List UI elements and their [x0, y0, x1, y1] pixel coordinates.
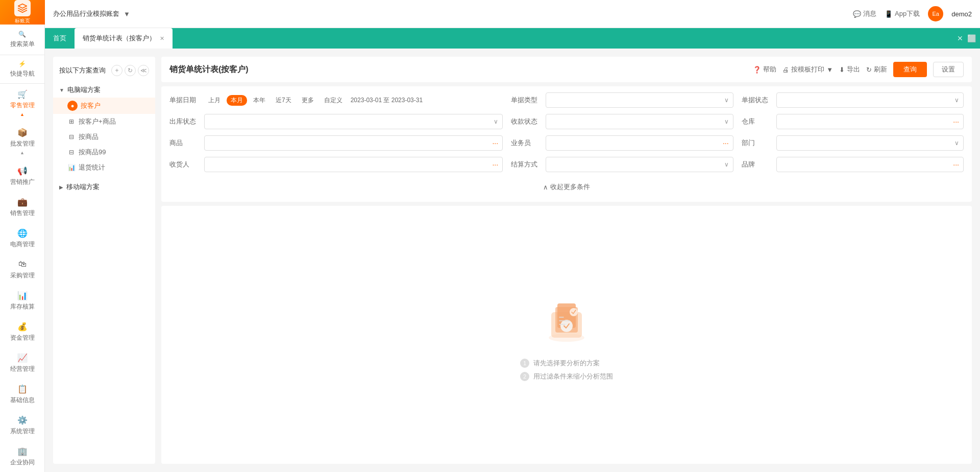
close-window-icon[interactable]: ✕	[957, 34, 963, 42]
scheme-item-label: 按商品	[79, 132, 99, 141]
scheme-panel-actions: + ↻ ≪	[111, 65, 149, 76]
scheme-item-by-customer-goods[interactable]: ⊞ 按客户+商品	[53, 114, 155, 129]
date-tab-this-year[interactable]: 本年	[249, 95, 270, 106]
scheme-item-by-goods[interactable]: ⊟ 按商品	[53, 129, 155, 145]
desktop-scheme-title[interactable]: ▼ 电脑端方案	[53, 82, 155, 98]
mobile-scheme-title[interactable]: ▶ 移动端方案	[53, 179, 155, 195]
dept-input[interactable]: ∨	[776, 135, 964, 151]
refresh-btn[interactable]: ↻ 刷新	[866, 65, 887, 74]
filter-goods: 商品 ···	[169, 135, 511, 151]
marketing-label: 营销推广	[10, 178, 35, 186]
settings-button[interactable]: 设置	[933, 62, 964, 77]
tab-home-label: 首页	[53, 34, 66, 43]
finance-icon: 💰	[17, 321, 28, 332]
salesperson-input[interactable]: ···	[546, 135, 733, 151]
query-button[interactable]: 查询	[893, 62, 927, 77]
filter-row-1: 单据日期 上月 本月 本年 近7天 更多 自定义 2023-03-01 至 20…	[169, 92, 964, 108]
empty-tip-1: 1 请先选择要分析的方案	[520, 359, 613, 368]
sidebar-item-finance[interactable]: 💰 资金管理	[0, 316, 45, 347]
sidebar-quick-nav[interactable]: ⚡ 快捷导航	[0, 55, 45, 84]
sidebar-item-enterprise[interactable]: 🏢 企业协同	[0, 441, 45, 472]
filter-row-2: 出库状态 ∨ 收款状态 ∨ 仓库	[169, 114, 964, 129]
date-tabs: 上月 本月 本年 近7天 更多 自定义	[204, 95, 347, 106]
svg-point-4	[560, 320, 573, 332]
scheme-item-icon: 📊	[67, 163, 76, 172]
date-tab-more[interactable]: 更多	[298, 95, 318, 106]
settle-method-chevron-icon: ∨	[724, 161, 729, 168]
group-title-label: 电脑端方案	[67, 85, 101, 95]
receiver-input[interactable]: ···	[204, 157, 503, 172]
app-download-btn[interactable]: 📱 App下载	[885, 9, 920, 18]
mobile-scheme-group: ▶ 移动端方案	[53, 177, 155, 197]
out-status-input[interactable]: ∨	[204, 114, 503, 129]
salesperson-dots-icon[interactable]: ···	[723, 139, 729, 147]
goods-input[interactable]: ···	[204, 135, 503, 151]
sidebar-item-system[interactable]: ⚙️ 系统管理	[0, 410, 45, 441]
message-btn[interactable]: 💬 消息	[853, 9, 876, 18]
sidebar-item-purchase[interactable]: 🛍 采购管理	[0, 254, 45, 285]
warehouse-input[interactable]: ···	[776, 114, 964, 129]
inventory-label: 库存核算	[10, 302, 35, 311]
finance-label: 资金管理	[10, 334, 35, 342]
goods-label: 商品	[169, 138, 200, 148]
tab-bar: 首页 销货单统计表（按客户） ✕ ✕ ⬜	[45, 28, 980, 49]
filter-salesperson: 业务员 ···	[511, 135, 741, 151]
add-scheme-btn[interactable]: +	[111, 65, 122, 76]
sidebar-item-operations[interactable]: 📈 经营管理	[0, 347, 45, 379]
sidebar-item-basic[interactable]: 📋 基础信息	[0, 379, 45, 410]
sidebar-item-marketing[interactable]: 📢 营销推广	[0, 160, 45, 192]
filter-warehouse: 仓库 ···	[742, 114, 964, 129]
date-tab-custom[interactable]: 自定义	[320, 95, 347, 106]
help-btn[interactable]: ❓ 帮助	[753, 65, 776, 74]
collect-status-chevron-icon: ∨	[724, 118, 729, 125]
sidebar-item-ecommerce[interactable]: 🌐 电商管理	[0, 223, 45, 254]
collapse-scheme-btn[interactable]: ≪	[138, 65, 149, 76]
brand-dots-icon[interactable]: ···	[953, 160, 959, 169]
warehouse-dots-icon[interactable]: ···	[953, 117, 959, 126]
maximize-window-icon[interactable]: ⬜	[967, 34, 976, 42]
app-logo[interactable]: 标账页	[0, 0, 45, 25]
help-icon: ❓	[753, 66, 761, 74]
collapse-bar[interactable]: ∧ 收起更多条件	[169, 178, 964, 196]
tab-home[interactable]: 首页	[45, 28, 75, 49]
tab-close-icon[interactable]: ✕	[160, 35, 164, 42]
date-range-value: 2023-03-01 至 2023-03-31	[351, 96, 423, 105]
goods-dots-icon[interactable]: ···	[492, 139, 498, 147]
date-tab-this-month[interactable]: 本月	[227, 95, 247, 106]
empty-tips: 1 请先选择要分析的方案 2 用过滤条件来缩小分析范围	[520, 359, 613, 381]
scheme-item-label: 按客户+商品	[79, 117, 116, 126]
receiver-dots-icon[interactable]: ···	[492, 160, 498, 169]
date-tab-7days[interactable]: 近7天	[272, 95, 296, 106]
app-download-label: App下载	[895, 9, 920, 18]
empty-illustration	[536, 289, 597, 350]
refresh-scheme-btn[interactable]: ↻	[125, 65, 136, 76]
refresh-icon: ↻	[866, 66, 872, 74]
sidebar-search[interactable]: 🔍 搜索菜单	[0, 25, 45, 55]
filter-brand: 品牌 ···	[742, 157, 964, 172]
type-input[interactable]: ∨	[546, 92, 733, 108]
sidebar-item-retail[interactable]: 🛒 零售管理 ▲	[0, 84, 45, 122]
sidebar-item-sales[interactable]: 💼 销售管理	[0, 192, 45, 223]
sidebar-item-inventory[interactable]: 📊 库存核算	[0, 285, 45, 316]
collect-status-input[interactable]: ∨	[546, 114, 733, 129]
scheme-item-return-stats[interactable]: 📊 退货统计	[53, 160, 155, 175]
header-dropdown-icon[interactable]: ▼	[124, 10, 130, 18]
sales-label: 销售管理	[10, 209, 35, 218]
user-avatar[interactable]: Ea	[928, 6, 943, 21]
print-btn[interactable]: 🖨 按模板打印 ▼	[782, 65, 833, 74]
status-input[interactable]: ∨	[776, 92, 964, 108]
tab-sales-stats[interactable]: 销货单统计表（按客户） ✕	[75, 28, 173, 49]
brand-input[interactable]: ···	[776, 157, 964, 172]
date-tab-last-month[interactable]: 上月	[204, 95, 225, 106]
scheme-item-by-goods-99[interactable]: ⊟ 按商品99	[53, 145, 155, 160]
filter-type: 单据类型 ∨	[511, 92, 741, 108]
sidebar-item-wholesale[interactable]: 📦 批发管理 ▲	[0, 122, 45, 160]
tip-num-1: 1	[520, 359, 529, 368]
export-btn[interactable]: ⬇ 导出	[839, 65, 860, 74]
main-area: 办公用品行业模拟账套 ▼ 💬 消息 📱 App下载 Ea demo2 首页 销货…	[45, 0, 980, 472]
filter-settle-method: 结算方式 ∨	[511, 157, 741, 172]
settle-method-input[interactable]: ∨	[546, 157, 733, 172]
ecommerce-icon: 🌐	[17, 228, 28, 238]
scheme-item-by-customer[interactable]: ● 按客户	[53, 98, 155, 114]
page-actions: ❓ 帮助 🖨 按模板打印 ▼ ⬇ 导出 ↻ 刷新	[753, 62, 964, 77]
